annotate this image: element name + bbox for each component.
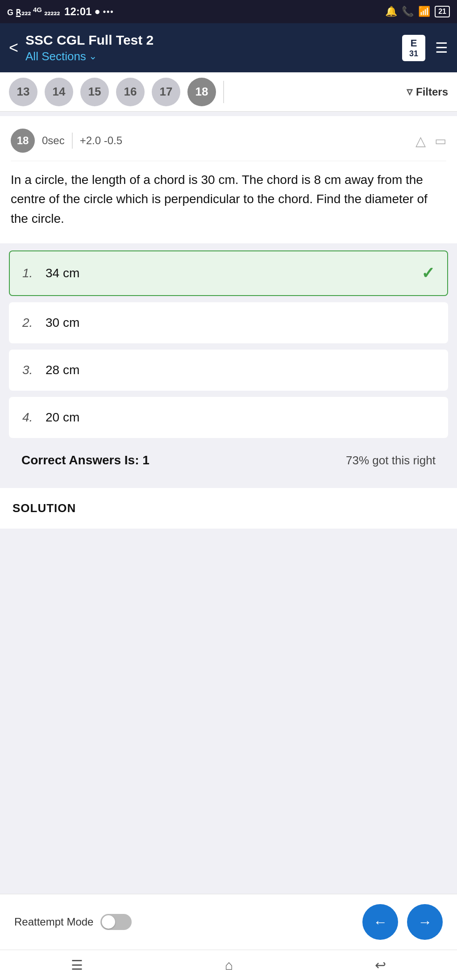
correct-percentage: 73% got this right: [346, 454, 436, 467]
option-4-number: 4.: [22, 410, 38, 425]
question-nav-item-18[interactable]: 18: [187, 78, 216, 106]
next-button[interactable]: →: [407, 904, 443, 940]
question-nav-item-13[interactable]: 13: [9, 78, 37, 106]
phone-icon: 📞: [402, 6, 414, 17]
system-back-icon[interactable]: ↩: [375, 957, 386, 973]
option-4-text: 20 cm: [46, 410, 79, 425]
option-3-left: 3. 28 cm: [22, 363, 79, 377]
wifi-icon: 📶: [418, 6, 430, 17]
question-meta: 18 0sec +2.0 -0.5 △ ▭: [11, 129, 446, 161]
header-title-group: SSC CGL Full Test 2 All Sections ⌄: [25, 33, 395, 63]
reattempt-toggle[interactable]: [100, 914, 132, 930]
header: < SSC CGL Full Test 2 All Sections ⌄ E 3…: [0, 23, 457, 72]
warning-icon[interactable]: △: [415, 133, 426, 149]
option-3-number: 3.: [22, 363, 38, 377]
bottom-bar: Reattempt Mode ← →: [0, 894, 457, 950]
system-nav: ☰ ⌂ ↩: [0, 950, 457, 980]
option-4-left: 4. 20 cm: [22, 410, 79, 425]
option-1[interactable]: 1. 34 cm ✓: [9, 250, 448, 296]
prev-button[interactable]: ←: [362, 904, 398, 940]
status-left: G R̲₂₂₂ 4G ₂₂₂₂₂ 12:01 ● •••: [7, 5, 114, 18]
badge-number: 31: [409, 49, 418, 58]
option-1-text: 34 cm: [46, 266, 79, 280]
correct-answer-label: Correct Answers Is: 1: [21, 453, 150, 467]
notifications-icon: 🔔: [385, 6, 397, 17]
solution-section: SOLUTION: [0, 488, 457, 529]
header-right: E 31 ☰: [402, 35, 448, 61]
option-1-left: 1. 34 cm: [22, 266, 79, 280]
chevron-down-icon: ⌄: [89, 50, 97, 62]
option-2-left: 2. 30 cm: [22, 316, 79, 330]
question-nav-item-15[interactable]: 15: [80, 78, 109, 106]
solution-label: SOLUTION: [12, 501, 76, 515]
status-bar: G R̲₂₂₂ 4G ₂₂₂₂₂ 12:01 ● ••• 🔔 📞 📶 21: [0, 0, 457, 23]
correct-answers-bar: Correct Answers Is: 1 73% got this right: [9, 444, 448, 476]
header-title: SSC CGL Full Test 2: [25, 33, 395, 48]
exam-badge: E 31: [402, 35, 425, 61]
bottom-spacer: [0, 529, 457, 627]
filter-label: Filters: [416, 86, 448, 98]
badge-letter: E: [411, 38, 417, 49]
options-area: 1. 34 cm ✓ 2. 30 cm 3. 28 cm 4. 20 cm Co…: [0, 243, 457, 484]
system-home-icon[interactable]: ⌂: [225, 958, 233, 973]
option-1-number: 1.: [22, 266, 38, 280]
header-subtitle[interactable]: All Sections ⌄: [25, 50, 395, 63]
question-text: In a circle, the length of a chord is 30…: [11, 170, 446, 228]
question-nav-item-17[interactable]: 17: [152, 78, 180, 106]
system-menu-icon[interactable]: ☰: [71, 957, 83, 973]
time-text: 12:01: [64, 5, 91, 18]
option-4[interactable]: 4. 20 cm: [9, 397, 448, 438]
toggle-knob: [102, 915, 115, 929]
status-right: 🔔 📞 📶 21: [385, 6, 450, 17]
question-time: 0sec: [42, 134, 65, 147]
question-number-badge: 18: [11, 129, 35, 153]
filter-button[interactable]: ▿ Filters: [407, 85, 448, 99]
option-2[interactable]: 2. 30 cm: [9, 302, 448, 343]
option-1-check-icon: ✓: [421, 264, 435, 283]
option-2-text: 30 cm: [46, 316, 79, 330]
carrier-text: G R̲₂₂₂ 4G ₂₂₂₂₂: [7, 6, 60, 17]
question-marks: +2.0 -0.5: [80, 134, 122, 147]
battery-indicator: 21: [435, 6, 450, 17]
option-2-number: 2.: [22, 316, 38, 330]
back-button[interactable]: <: [9, 38, 18, 57]
reattempt-group: Reattempt Mode: [14, 914, 132, 930]
question-nav: 13 14 15 16 17 18 ▿ Filters: [0, 72, 457, 112]
nav-buttons: ← →: [362, 904, 443, 940]
reattempt-label: Reattempt Mode: [14, 916, 93, 928]
question-nav-item-14[interactable]: 14: [45, 78, 73, 106]
meta-right: △ ▭: [415, 133, 446, 149]
question-area: 18 0sec +2.0 -0.5 △ ▭ In a circle, the l…: [0, 116, 457, 243]
menu-icon[interactable]: ☰: [435, 39, 448, 56]
option-3-text: 28 cm: [46, 363, 79, 377]
filter-icon: ▿: [407, 85, 412, 99]
option-3[interactable]: 3. 28 cm: [9, 350, 448, 391]
meta-divider: [72, 133, 73, 149]
subtitle-text: All Sections: [25, 50, 86, 63]
dot-indicator: ●: [94, 6, 100, 17]
bookmark-icon[interactable]: ▭: [435, 133, 446, 148]
dots-text: •••: [103, 7, 114, 17]
nav-separator: [223, 81, 224, 103]
question-nav-item-16[interactable]: 16: [116, 78, 145, 106]
